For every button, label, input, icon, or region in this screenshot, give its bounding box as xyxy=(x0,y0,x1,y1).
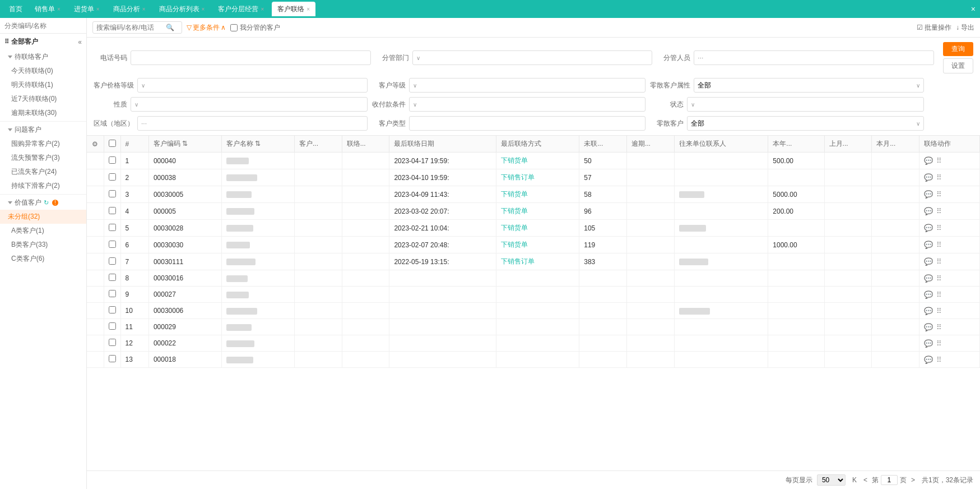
first-page-btn[interactable]: K xyxy=(850,475,859,485)
more-icon[interactable]: ⠿ xyxy=(936,323,942,331)
more-icon[interactable]: ⠿ xyxy=(936,224,942,232)
customer-type-input[interactable] xyxy=(409,116,646,131)
page-input[interactable] xyxy=(881,475,898,485)
export-btn[interactable]: ↓ 导出 xyxy=(956,23,974,33)
last-method-link[interactable]: 下销售订单 xyxy=(501,173,535,181)
sidebar-group-problem-customers[interactable]: 问题客户 xyxy=(0,123,86,137)
th-last-method[interactable]: 最后联络方式 xyxy=(496,136,579,153)
row-checkbox[interactable] xyxy=(109,207,116,214)
region-input[interactable]: ··· xyxy=(137,116,368,131)
last-method-link[interactable]: 下销售订单 xyxy=(501,257,535,265)
prev-page-btn[interactable]: < xyxy=(861,475,870,485)
next-page-btn[interactable]: > xyxy=(909,475,917,485)
main-search-input[interactable] xyxy=(96,24,164,31)
customer-level-select[interactable]: ∨ xyxy=(409,78,646,93)
sidebar-item-7days[interactable]: 近7天待联络(0) xyxy=(0,92,86,106)
th-type[interactable]: 客户... xyxy=(295,136,342,153)
row-checkbox[interactable] xyxy=(109,306,116,313)
more-icon[interactable]: ⠿ xyxy=(936,207,942,215)
payment-select[interactable]: ∨ xyxy=(409,97,646,112)
sidebar-item-c-class[interactable]: C类客户(6) xyxy=(0,252,86,266)
sidebar-item-b-class[interactable]: B类客户(33) xyxy=(0,238,86,252)
tab-close-icon[interactable]: × xyxy=(202,6,205,12)
row-checkbox[interactable] xyxy=(109,322,116,330)
all-customers-header[interactable]: ⠿ 全部客户 « xyxy=(0,34,86,50)
more-icon[interactable]: ⠿ xyxy=(936,257,942,266)
refresh-icon[interactable]: ↻ xyxy=(44,199,49,206)
more-icon[interactable]: ⠿ xyxy=(936,190,942,199)
sidebar-group-pending-contact[interactable]: 待联络客户 xyxy=(0,50,86,64)
th-check[interactable] xyxy=(104,136,120,153)
tab-close-icon[interactable]: × xyxy=(306,6,310,12)
tab-close-icon[interactable]: × xyxy=(96,6,100,12)
th-contact-person[interactable]: 往来单位联系人 xyxy=(674,136,768,153)
more-icon[interactable]: ⠿ xyxy=(936,290,942,299)
dots-icon[interactable]: ··· xyxy=(141,119,147,127)
more-icon[interactable]: ⠿ xyxy=(936,274,942,283)
more-icon[interactable]: ⠿ xyxy=(936,241,942,249)
th-not-contact[interactable]: 未联... xyxy=(579,136,627,153)
more-icon[interactable]: ⠿ xyxy=(936,173,942,182)
th-last-month[interactable]: 上月... xyxy=(824,136,872,153)
tab-close-icon[interactable]: × xyxy=(261,6,264,12)
dept-select[interactable]: ∨ xyxy=(412,50,653,65)
row-checkbox[interactable] xyxy=(109,339,116,346)
th-overdue[interactable]: 逾期... xyxy=(626,136,674,153)
contact-icon[interactable]: 💬 xyxy=(924,156,933,165)
contact-icon[interactable]: 💬 xyxy=(924,339,933,348)
row-checkbox[interactable] xyxy=(109,173,116,181)
sidebar-group-value-customers[interactable]: 价值客户 ↻ ! xyxy=(0,196,86,210)
query-button[interactable]: 查询 xyxy=(943,42,973,56)
select-all-checkbox[interactable] xyxy=(109,140,116,147)
more-icon[interactable]: ⠿ xyxy=(936,339,942,348)
nature-select[interactable]: ∨ xyxy=(131,97,368,112)
contact-icon[interactable]: 💬 xyxy=(924,257,933,266)
retail-attr-select[interactable]: 全部 ∨ xyxy=(694,78,924,93)
tab-purchase-order[interactable]: 进货单 × xyxy=(68,2,105,16)
sidebar-item-a-class[interactable]: A类客户(1) xyxy=(0,224,86,238)
more-conditions-btn[interactable]: ▽ 更多条件 ∧ xyxy=(187,23,226,33)
row-checkbox[interactable] xyxy=(109,190,116,197)
row-checkbox[interactable] xyxy=(109,355,116,362)
contact-icon[interactable]: 💬 xyxy=(924,190,933,199)
contact-icon[interactable]: 💬 xyxy=(924,323,933,331)
th-gear[interactable]: ⚙ xyxy=(87,136,104,153)
contact-icon[interactable]: 💬 xyxy=(924,241,933,249)
batch-operations-btn[interactable]: ☑ 批量操作 xyxy=(917,23,951,33)
reset-button[interactable]: 设置 xyxy=(943,58,973,73)
sidebar-item-tomorrow[interactable]: 明天待联络(1) xyxy=(0,78,86,92)
row-checkbox[interactable] xyxy=(109,224,116,231)
per-page-select[interactable]: 50 100 200 xyxy=(817,474,846,486)
th-this-year[interactable]: 本年... xyxy=(768,136,824,153)
dots-icon[interactable]: ··· xyxy=(698,54,703,62)
last-method-link[interactable]: 下销货单 xyxy=(501,156,528,164)
sidebar-item-churned[interactable]: 已流失客户(24) xyxy=(0,165,86,179)
last-method-link[interactable]: 下销货单 xyxy=(501,207,528,215)
sidebar-search-input[interactable] xyxy=(4,22,87,30)
th-code[interactable]: 客户编码 ⇅ xyxy=(148,136,221,153)
row-checkbox[interactable] xyxy=(109,290,116,297)
contact-icon[interactable]: 💬 xyxy=(924,274,933,283)
more-icon[interactable]: ⠿ xyxy=(936,307,942,315)
window-close-icon[interactable]: × xyxy=(971,4,976,13)
contact-icon[interactable]: 💬 xyxy=(924,173,933,182)
tab-product-analysis[interactable]: 商品分析 × xyxy=(108,2,151,16)
tab-close-icon[interactable]: × xyxy=(142,6,146,12)
last-method-link[interactable]: 下销货单 xyxy=(501,224,528,232)
contact-icon[interactable]: 💬 xyxy=(924,307,933,315)
last-method-link[interactable]: 下销货单 xyxy=(501,241,528,248)
sidebar-item-overdue[interactable]: 逾期未联络(30) xyxy=(0,106,86,120)
home-tab[interactable]: 首页 xyxy=(4,4,27,14)
contact-icon[interactable]: 💬 xyxy=(924,290,933,299)
th-contact[interactable]: 联络... xyxy=(342,136,389,153)
tab-customer-contact[interactable]: 客户联络 × xyxy=(272,2,315,16)
tab-sales-order[interactable]: 销售单 × xyxy=(29,2,66,16)
more-icon[interactable]: ⠿ xyxy=(936,156,942,165)
contact-icon[interactable]: 💬 xyxy=(924,207,933,215)
status-select[interactable]: ∨ xyxy=(687,97,924,112)
retail-customer-select[interactable]: 全部 ∨ xyxy=(687,116,924,131)
sidebar-item-today[interactable]: 今天待联络(0) xyxy=(0,64,86,78)
phone-input[interactable] xyxy=(131,50,371,65)
sidebar-item-abnormal-purchase[interactable]: 囤购异常客户(2) xyxy=(0,137,86,151)
more-icon[interactable]: ⠿ xyxy=(936,356,942,364)
